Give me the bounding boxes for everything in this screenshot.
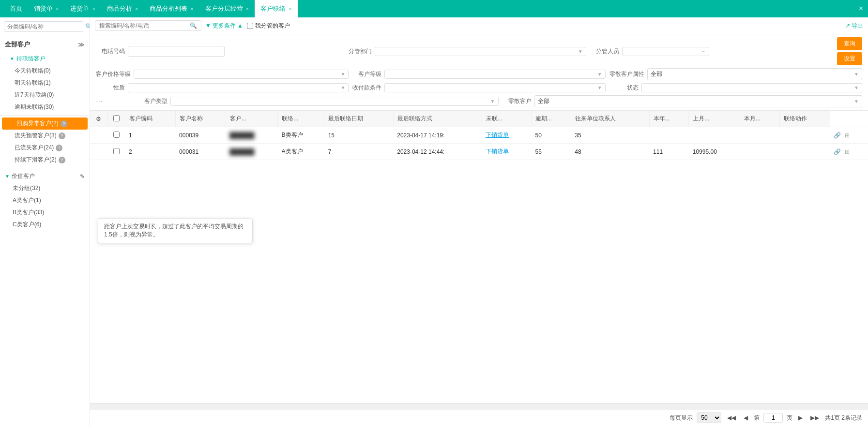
sidebar-already-lost[interactable]: 已流失客户(24) ? xyxy=(0,142,90,154)
nav-customer-layered-close[interactable]: × xyxy=(246,6,249,12)
person-select-arrow: ··· xyxy=(701,49,705,54)
row-checkbox-1[interactable] xyxy=(113,148,120,154)
nav-product-analysis[interactable]: 商品分析 × xyxy=(101,0,144,17)
filter-row-1: 电话号码 分管部门 ▼ 分管人员 ··· xyxy=(96,37,862,65)
th-this-month: 本月... xyxy=(740,111,780,127)
th-settings[interactable]: ⚙ xyxy=(90,111,107,127)
filter-price-grade-select[interactable]: ▼ xyxy=(134,70,349,79)
sidebar-search-icon[interactable]: 🔍 xyxy=(85,23,90,30)
action-grid-icon-1[interactable]: ⊞ xyxy=(845,148,850,155)
filter-price-grade-label: 客户价格等级 xyxy=(96,70,131,78)
th-check xyxy=(107,111,125,127)
filter-customer-type-select[interactable]: ▼ xyxy=(170,97,499,106)
row-uncontact-0: 50 xyxy=(532,127,571,144)
sidebar-tomorrow-pending[interactable]: 明天待联络(1) xyxy=(0,77,90,89)
nav-close-all-button[interactable]: × xyxy=(859,4,863,13)
more-dots-button[interactable]: ··· xyxy=(96,97,102,105)
per-page-select[interactable]: 50 20 100 xyxy=(697,412,721,423)
retail-attr-arrow: ▼ xyxy=(854,72,859,77)
row-last-contact-method-0[interactable]: 下销货单 xyxy=(482,127,532,144)
sidebar-today-pending[interactable]: 今天待联络(0) xyxy=(0,65,90,77)
nav-sales[interactable]: 销货单 × xyxy=(28,0,64,17)
main-search-input[interactable] xyxy=(99,22,190,29)
nav-customer-contact-close[interactable]: × xyxy=(289,6,291,12)
nav-home[interactable]: 首页 xyxy=(4,0,28,17)
row-last-contact-date-0: 2023-04-17 14:19: xyxy=(393,127,482,144)
action-link-icon-1[interactable]: 🔗 xyxy=(834,148,841,155)
horizontal-scrollbar[interactable] xyxy=(90,403,868,409)
filter-arrow-icon: ▲ xyxy=(237,22,243,29)
nav-purchase-close[interactable]: × xyxy=(92,6,95,12)
sidebar-c-class[interactable]: C类客户(6) xyxy=(0,219,90,231)
filter-price-grade: 客户价格等级 ▼ xyxy=(96,70,349,79)
sidebar-collapse-icon[interactable]: ≫ xyxy=(78,41,85,48)
filter-more-dots: ··· xyxy=(96,97,135,106)
sidebar-all-customers[interactable]: 全部客户 ≫ xyxy=(0,36,90,53)
filter-status-select[interactable]: ▼ xyxy=(641,83,862,92)
query-button[interactable]: 查询 xyxy=(837,37,862,50)
my-customer-checkbox[interactable] xyxy=(247,23,253,29)
filter-dept-select[interactable]: ▼ xyxy=(375,47,586,56)
filter-retail-select[interactable]: 全部 ▼ xyxy=(534,95,863,107)
row-this-year-0 xyxy=(689,127,740,144)
export-button[interactable]: ↗ 导出 xyxy=(845,22,863,30)
sidebar-ungraded[interactable]: 未分组(32) xyxy=(0,182,90,194)
nav-customer-contact[interactable]: 客户联络 × xyxy=(255,0,297,17)
sidebar-7days-pending[interactable]: 近7天待联络(0) xyxy=(0,89,90,101)
nav-purchase[interactable]: 进货单 × xyxy=(64,0,101,17)
nav-product-analysis-close[interactable]: × xyxy=(135,6,138,12)
sidebar-divider-2 xyxy=(0,168,90,168)
sidebar-persistent-down[interactable]: 持续下滑客户(2) ? xyxy=(0,154,90,166)
row-type-0: B类客户 xyxy=(278,127,324,144)
filter-payment-label: 收付款条件 xyxy=(352,84,381,92)
my-customer-checkbox-label[interactable]: 我分管的客户 xyxy=(247,22,290,30)
filter-retail-attr: 零散客户属性 全部 ▼ xyxy=(609,68,862,80)
sidebar-lost-warning[interactable]: 流失预警客户(3) ? xyxy=(0,130,90,142)
sidebar-b-class[interactable]: B类客户(33) xyxy=(0,206,90,219)
filter-phone-label: 电话号码 xyxy=(96,47,125,56)
filter-retail-attr-select[interactable]: 全部 ▼ xyxy=(647,68,862,80)
page-number-input[interactable] xyxy=(763,413,783,423)
sidebar-a-class[interactable]: A类客户(1) xyxy=(0,194,90,206)
filter-retail: 零散客户 全部 ▼ xyxy=(503,95,863,107)
filter-payment-select[interactable]: ▼ xyxy=(384,83,605,92)
value-edit-icon[interactable]: ✎ xyxy=(80,173,85,180)
first-page-button[interactable]: ◀◀ xyxy=(725,413,738,422)
per-page-label: 每页显示 xyxy=(670,414,693,422)
row-action-1[interactable]: 🔗 ⊞ xyxy=(830,144,868,160)
filter-gender: 性质 ▼ xyxy=(96,83,349,92)
settings-button[interactable]: 设置 xyxy=(837,52,862,65)
row-action-0[interactable]: 🔗 ⊞ xyxy=(830,127,868,144)
toolbar-right: ↗ 导出 xyxy=(845,22,863,30)
filter-customer-grade-select[interactable]: ▼ xyxy=(384,70,605,79)
top-nav: 首页 销货单 × 进货单 × 商品分析 × 商品分析列表 × 客户分层经营 × … xyxy=(0,0,868,17)
nav-product-list-close[interactable]: × xyxy=(190,6,193,12)
last-page-button[interactable]: ▶▶ xyxy=(808,413,821,422)
sidebar-repurchase-abnormal[interactable]: 回购异常客户(2) ? xyxy=(2,118,88,130)
row-checkbox-0[interactable] xyxy=(113,132,120,138)
more-filter-button[interactable]: ▼ 更多条件 ▲ xyxy=(205,22,243,30)
nav-sales-close[interactable]: × xyxy=(56,6,59,12)
row-code-1: 000031 xyxy=(175,144,226,160)
filter-gender-select[interactable]: ▼ xyxy=(128,83,349,92)
action-grid-icon-0[interactable]: ⊞ xyxy=(845,132,850,139)
sidebar-search-input[interactable] xyxy=(4,21,83,32)
sidebar: 🔍 全部客户 ≫ ▼ 待联络客户 今天待联络(0) 明天待联络(1) 近7天待联… xyxy=(0,17,90,426)
nav-product-list[interactable]: 商品分析列表 × xyxy=(144,0,199,17)
row-last-contact-method-1[interactable]: 下销货单 xyxy=(482,144,532,160)
th-this-year: 本年... xyxy=(649,111,689,127)
next-page-button[interactable]: ▶ xyxy=(796,413,805,422)
filter-phone-input[interactable] xyxy=(128,46,225,57)
row-check-0 xyxy=(107,127,125,144)
prev-page-button[interactable]: ◀ xyxy=(742,413,750,422)
nav-customer-layered[interactable]: 客户分层经营 × xyxy=(199,0,255,17)
filter-person-select[interactable]: ··· xyxy=(622,47,709,56)
th-last-contact-date: 最后联络日期 xyxy=(324,111,394,127)
select-all-checkbox[interactable] xyxy=(113,115,120,121)
sidebar-overdue-pending[interactable]: 逾期未联络(30) xyxy=(0,101,90,113)
filter-dept-label: 分管部门 xyxy=(343,47,372,56)
main-search-icon[interactable]: 🔍 xyxy=(190,22,197,29)
table-header-row: ⚙ 客户编码 客户名称 客户... 联络... 最后联络日期 最后联络方式 未联… xyxy=(90,111,868,127)
action-link-icon-0[interactable]: 🔗 xyxy=(834,132,841,139)
sidebar-value-customer-section: ▼ 价值客户 ✎ xyxy=(0,170,90,182)
